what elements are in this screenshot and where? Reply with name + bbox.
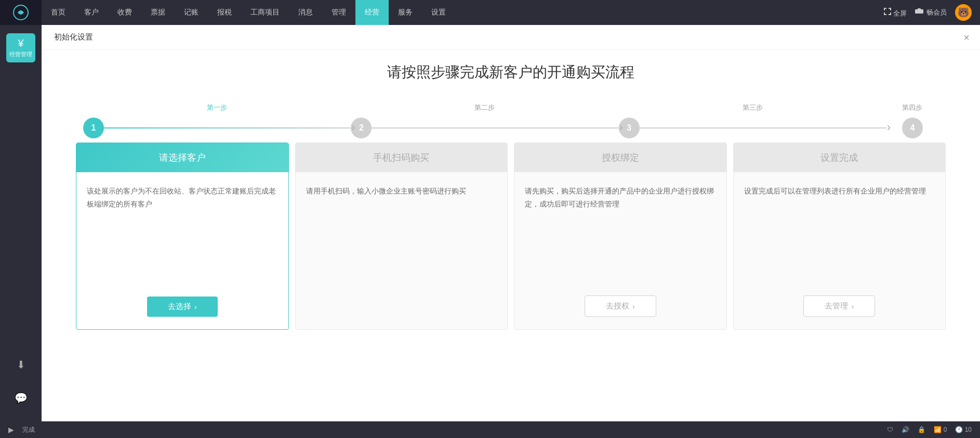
step-3-btn-arrow: ›: [632, 302, 635, 311]
step-1-card-body: 该处展示的客户为不在回收站、客户状态正常建账后完成老板端绑定的所有客户: [76, 172, 288, 288]
svg-rect-2: [884, 8, 885, 10]
logo-area: [0, 0, 42, 25]
step-4-card-footer: 去管理 ›: [734, 287, 946, 329]
step-3-label: 第三步: [743, 103, 763, 112]
nav-service[interactable]: 服务: [389, 0, 422, 25]
nav-industry[interactable]: 工商项目: [241, 0, 289, 25]
nav-customer[interactable]: 客户: [75, 0, 108, 25]
nav-operation[interactable]: 经营: [355, 0, 389, 25]
svg-rect-6: [884, 12, 885, 15]
step-4-card-body: 设置完成后可以在管理列表进行所有企业用户的经营管理: [734, 172, 946, 287]
shield-icon: 🛡: [887, 426, 893, 433]
step-3-line: ›: [640, 127, 886, 128]
step-2-line: ›: [372, 127, 618, 128]
step-3-card-title: 授权绑定: [514, 143, 726, 172]
step-4-card-title: 设置完成: [734, 143, 946, 172]
volume-icon: 🔊: [902, 426, 909, 433]
status-bar: ▶ 完成 🛡 🔊 🔒 📶 0 🕐 10: [0, 421, 980, 438]
step-2-card: 手机扫码购买 请用手机扫码，输入小微企业主账号密码进行购买: [295, 143, 508, 330]
app-logo: [12, 4, 29, 21]
svg-marker-10: [917, 8, 921, 9]
sidebar-item-label: 经营管理: [9, 50, 32, 58]
member-btn[interactable]: 畅会员: [915, 8, 947, 17]
step-4-card: 设置完成 设置完成后可以在管理列表进行所有企业用户的经营管理 去管理 ›: [733, 143, 946, 330]
step-3-card: 授权绑定 请先购买，购买后选择开通的产品中的企业用户进行授权绑定，成功后即可进行…: [514, 143, 727, 330]
top-nav: 首页 客户 收费 票据 记账 报税 工商项目 消息 管理 经营 服务 设置 全屏…: [0, 0, 980, 25]
play-icon[interactable]: ▶: [8, 426, 14, 434]
time-display: 🕐 10: [955, 426, 972, 433]
yuan-icon: ¥: [18, 37, 23, 49]
sidebar-support[interactable]: 💬: [6, 384, 35, 413]
nav-items: 首页 客户 收费 票据 记账 报税 工商项目 消息 管理 经营 服务 设置: [42, 0, 883, 25]
network-status: 📶 0: [934, 426, 947, 433]
step-4-btn-arrow: ›: [851, 302, 854, 311]
sidebar-item-operation[interactable]: ¥ 经营管理: [6, 33, 35, 62]
status-text: 完成: [22, 426, 35, 434]
lock-icon: 🔒: [918, 426, 925, 433]
step-4-label: 第四步: [902, 103, 922, 112]
step-1-action-button[interactable]: 去选择 ›: [147, 297, 218, 317]
step-2-indicator: 第二步 2 ›: [351, 103, 618, 138]
step-4-action-button[interactable]: 去管理 ›: [803, 295, 875, 317]
user-avatar[interactable]: 🐻: [955, 4, 972, 21]
sidebar-download[interactable]: ⬇: [6, 351, 35, 380]
steps-indicator-row: 第一步 1 › 第二步 2 › 第三: [73, 103, 949, 138]
main-content: 初始化设置 × 请按照步骤完成新客户的开通购买流程 第一步 1 › 第二步 2: [42, 25, 980, 421]
close-button[interactable]: ×: [963, 31, 970, 43]
step-3-card-footer: 去授权 ›: [514, 287, 726, 329]
nav-account[interactable]: 记账: [175, 0, 208, 25]
step-1-card: 请选择客户 该处展示的客户为不在回收站、客户状态正常建账后完成老板端绑定的所有客…: [76, 143, 289, 330]
page-title: 初始化设置: [54, 32, 93, 42]
nav-right: 全屏 畅会员 🐻: [883, 4, 980, 21]
support-icon: 💬: [15, 392, 28, 404]
step-2-card-footer: [296, 308, 508, 329]
step-1-card-footer: 去选择 ›: [76, 288, 288, 329]
step-cards-row: 请选择客户 该处展示的客户为不在回收站、客户状态正常建账后完成老板端绑定的所有客…: [73, 143, 949, 330]
nav-settings[interactable]: 设置: [422, 0, 455, 25]
sidebar: ¥ 经营管理 ⬇ 💬: [0, 25, 42, 421]
svg-rect-9: [915, 9, 923, 14]
nav-bill[interactable]: 票据: [141, 0, 175, 25]
step-2-label: 第二步: [474, 103, 495, 112]
sidebar-bottom: ⬇ 💬: [6, 351, 35, 421]
step-1-card-title: 请选择客户: [76, 143, 288, 172]
step-1-circle: 1: [83, 118, 104, 138]
step-2-card-title: 手机扫码购买: [296, 143, 508, 172]
step-1-line: ›: [104, 127, 351, 128]
nav-manage[interactable]: 管理: [322, 0, 355, 25]
step-3-card-body: 请先购买，购买后选择开通的产品中的企业用户进行授权绑定，成功后即可进行经营管理: [514, 172, 726, 287]
step-1-label: 第一步: [207, 103, 227, 112]
nav-tax[interactable]: 报税: [208, 0, 241, 25]
step-3-indicator: 第三步 3 ›: [619, 103, 886, 138]
nav-message[interactable]: 消息: [289, 0, 322, 25]
fullscreen-btn[interactable]: 全屏: [883, 7, 907, 18]
steps-container: 请按照步骤完成新客户的开通购买流程 第一步 1 › 第二步 2 ›: [42, 50, 980, 421]
step-3-action-button[interactable]: 去授权 ›: [585, 295, 656, 317]
page-header: 初始化设置 ×: [42, 25, 980, 50]
step-4-circle: 4: [902, 118, 923, 138]
main-title: 请按照步骤完成新客户的开通购买流程: [73, 62, 949, 82]
nav-fee[interactable]: 收费: [108, 0, 141, 25]
step-4-indicator: 第四步 4: [886, 103, 938, 138]
step-1-indicator: 第一步 1 ›: [83, 103, 351, 138]
status-bar-right: 🛡 🔊 🔒 📶 0 🕐 10: [887, 426, 972, 433]
step-1-btn-arrow: ›: [194, 302, 197, 311]
download-icon: ⬇: [17, 358, 25, 371]
nav-home[interactable]: 首页: [42, 0, 75, 25]
svg-rect-4: [890, 8, 891, 10]
svg-rect-8: [890, 12, 891, 15]
step-2-card-body: 请用手机扫码，输入小微企业主账号密码进行购买: [296, 172, 508, 308]
